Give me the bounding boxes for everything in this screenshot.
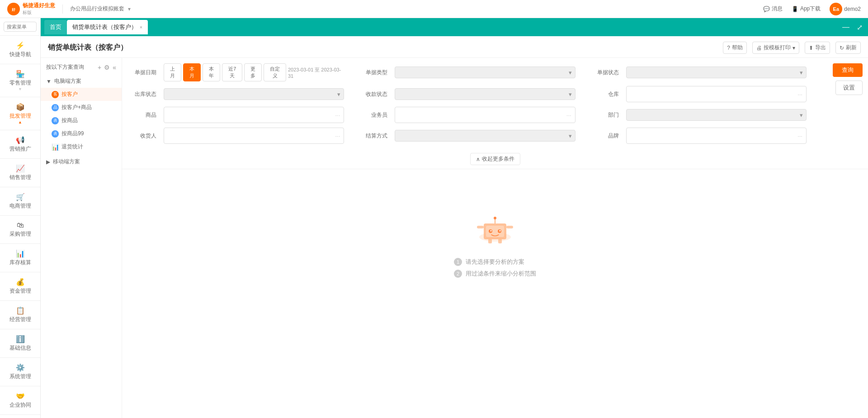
order-type-select[interactable] xyxy=(395,66,575,78)
sidebar-item-basics[interactable]: ℹ️ 基础信息 xyxy=(0,329,40,358)
receiver-input[interactable] xyxy=(168,130,335,142)
sidebar-item-inventory[interactable]: 📊 库存核算 xyxy=(0,244,40,272)
goods-dots-btn[interactable]: ··· xyxy=(335,112,340,119)
page-title: 销货单统计表（按客户） xyxy=(48,43,127,52)
desktop-group-toggle[interactable]: ▼ 电脑端方案 xyxy=(41,75,122,88)
scheme-return-stats[interactable]: 📊 退货统计 xyxy=(41,140,122,153)
refresh-button[interactable]: ↻ 刷新 xyxy=(835,42,861,54)
warehouse-input[interactable] xyxy=(630,88,797,100)
ecommerce-icon: 🛒 xyxy=(4,193,37,201)
collapse-more-conditions-button[interactable]: ∧ 收起更多条件 xyxy=(470,153,520,165)
svg-rect-14 xyxy=(498,239,502,243)
sidebar-item-system[interactable]: ⚙️ 系统管理 xyxy=(0,358,40,386)
main-content-wrapper: 单据日期 上月 本月 本年 近7天 更多 自定义 2023-03-01 至 20… xyxy=(122,58,868,418)
sidebar-item-wholesale[interactable]: 📦 批发管理 ▲ xyxy=(0,97,40,130)
query-button[interactable]: 查询 xyxy=(833,63,863,77)
sidebar-item-ecommerce[interactable]: 🛒 电商管理 xyxy=(0,187,40,216)
receiver-control: ··· xyxy=(164,128,344,144)
warehouse-control: ··· xyxy=(626,86,807,102)
tab-close-button[interactable]: × xyxy=(140,25,142,30)
top-header: 好 畅捷通好生意 标版 办公用品行业模拟账套 ▾ 💬 消息 📱 App下载 Ea… xyxy=(0,0,868,18)
page-actions: ? 帮助 🖨 按模板打印 ▾ ⬆ 导出 ↻ xyxy=(723,42,861,54)
department-control xyxy=(626,109,807,121)
receiver-label: 收货人 xyxy=(129,132,156,140)
wholesale-icon: 📦 xyxy=(4,103,37,111)
right-buttons-area: 查询 设置 xyxy=(814,58,868,149)
scheme-settings-button[interactable]: ⚙ xyxy=(104,64,110,71)
date-this-year-btn[interactable]: 本年 xyxy=(203,63,220,81)
sidebar-item-enterprise[interactable]: 🤝 企业协同 xyxy=(0,386,40,415)
scheme-by-goods-99[interactable]: 表 按商品99 xyxy=(41,127,122,140)
brand-input[interactable] xyxy=(630,130,797,142)
date-this-month-btn[interactable]: 本月 xyxy=(183,63,201,81)
empty-state: 1 请先选择要分析的方案 2 用过滤条件来缩小分析范围 xyxy=(122,169,868,318)
mobile-group-toggle[interactable]: ▶ 移动端方案 xyxy=(41,155,122,168)
sidebar-item-marketing[interactable]: 📢 营销推广 xyxy=(0,130,40,159)
scheme-customer-icon: 客 xyxy=(52,91,59,98)
filter-and-right: 单据日期 上月 本月 本年 近7天 更多 自定义 2023-03-01 至 20… xyxy=(122,58,868,149)
brand-dots-btn[interactable]: ··· xyxy=(797,133,802,139)
collapse-panel-button[interactable]: « xyxy=(113,64,116,71)
brand-input-wrapper: ··· xyxy=(626,128,807,144)
filter-row-4: 收货人 ··· 结算方式 xyxy=(129,128,807,144)
scheme-by-goods[interactable]: 表 按商品 xyxy=(41,114,122,127)
salesperson-dots-btn[interactable]: ··· xyxy=(566,112,571,119)
search-input[interactable] xyxy=(4,22,37,32)
settlement-control xyxy=(395,130,575,142)
settlement-select[interactable] xyxy=(395,130,575,142)
order-status-select[interactable] xyxy=(626,66,807,78)
export-button[interactable]: ⬆ 导出 xyxy=(805,42,830,54)
out-status-label: 出库状态 xyxy=(129,90,156,98)
sidebar-item-quick-nav[interactable]: ⚡ 快捷导航 xyxy=(0,36,40,64)
desktop-group-arrow: ▼ xyxy=(46,78,52,85)
tab-expand-button[interactable]: ⤢ xyxy=(855,21,864,33)
operations-icon: 📋 xyxy=(4,306,37,315)
header-right: 💬 消息 📱 App下载 Ea demo2 xyxy=(763,3,861,15)
goods-input[interactable] xyxy=(168,109,335,121)
app-download-button[interactable]: 📱 App下载 xyxy=(792,5,821,13)
message-button[interactable]: 💬 消息 xyxy=(763,5,783,13)
quick-nav-icon: ⚡ xyxy=(4,41,37,50)
tab-sales-customer[interactable]: 销货单统计表（按客户） × xyxy=(67,20,148,34)
date-custom-btn[interactable]: 自定义 xyxy=(264,63,286,81)
add-scheme-button[interactable]: + xyxy=(98,64,101,71)
warehouse-label: 仓库 xyxy=(592,90,619,98)
warehouse-dots-btn[interactable]: ··· xyxy=(797,91,802,98)
sidebar-item-sales[interactable]: 📈 销售管理 xyxy=(0,159,40,187)
out-status-control xyxy=(164,88,344,100)
department-select[interactable] xyxy=(626,109,807,121)
payment-status-select[interactable] xyxy=(395,88,575,100)
retail-arrow: ▼ xyxy=(4,87,37,91)
settlement-label: 结算方式 xyxy=(360,132,387,140)
sales-customer-tab-label: 销货单统计表（按客户） xyxy=(72,23,137,31)
print-button[interactable]: 🖨 按模板打印 ▾ xyxy=(752,42,799,54)
sidebar-item-purchase[interactable]: 🛍 采购管理 xyxy=(0,216,40,244)
empty-tip-2: 2 用过滤条件来缩小分析范围 xyxy=(454,270,536,278)
date-7days-btn[interactable]: 近7天 xyxy=(222,63,242,81)
desktop-group-label: 电脑端方案 xyxy=(54,77,81,85)
sidebar-item-operations[interactable]: 📋 经营管理 xyxy=(0,301,40,329)
out-status-select[interactable] xyxy=(164,88,344,100)
sidebar-item-retail[interactable]: 🏪 零售管理 ▼ xyxy=(0,64,40,97)
out-status-select-wrapper xyxy=(164,88,344,100)
industry-dropdown[interactable]: ▾ xyxy=(128,6,131,12)
date-last-month-btn[interactable]: 上月 xyxy=(164,63,181,81)
svg-rect-13 xyxy=(488,239,492,243)
tab-minimize-button[interactable]: — xyxy=(840,21,851,33)
download-icon: 📱 xyxy=(792,6,798,12)
scheme-by-customer[interactable]: 客 按客户 xyxy=(41,88,122,101)
goods-input-wrapper: ··· xyxy=(164,107,344,123)
brand-control: ··· xyxy=(626,128,807,144)
user-menu[interactable]: Ea demo2 xyxy=(830,3,861,15)
help-button[interactable]: ? 帮助 xyxy=(723,42,747,54)
date-more-btn[interactable]: 更多 xyxy=(244,63,262,81)
settings-button[interactable]: 设置 xyxy=(835,81,863,95)
help-icon: ? xyxy=(727,45,730,51)
salesperson-input[interactable] xyxy=(399,109,566,121)
sidebar-item-newbie[interactable]: 🎯 新手引导 xyxy=(0,415,40,418)
enterprise-icon: 🤝 xyxy=(4,392,37,400)
tab-home[interactable]: 首页 xyxy=(44,20,67,34)
sidebar-item-finance[interactable]: 💰 资金管理 xyxy=(0,272,40,301)
scheme-by-customer-goods[interactable]: 品 按客户+商品 xyxy=(41,101,122,114)
receiver-dots-btn[interactable]: ··· xyxy=(335,133,340,139)
